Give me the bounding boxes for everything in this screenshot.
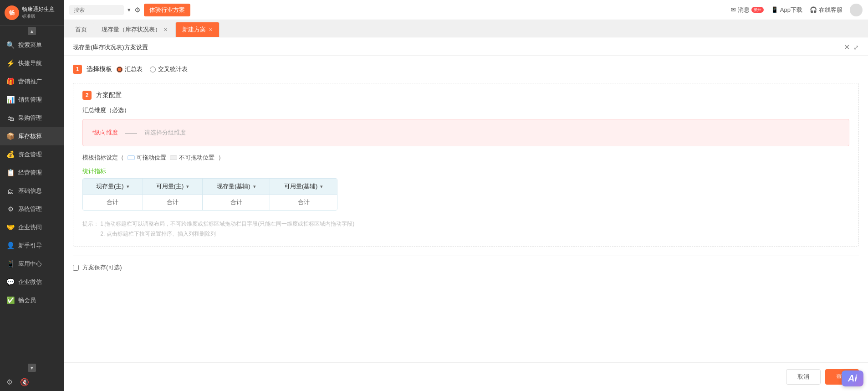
message-icon: ✉ — [731, 6, 736, 13]
fixed-color-swatch — [170, 155, 177, 160]
cell-0-2: 合计 — [203, 195, 270, 211]
mobile-icon: 📱 — [6, 260, 15, 268]
legend-draggable: 可拖动位置 — [128, 154, 166, 162]
dimension-area[interactable]: *纵向维度 —— 请选择分组维度 — [82, 119, 849, 146]
table-header-3[interactable]: 可用量(基辅) ▾ — [270, 179, 337, 195]
metrics-label: 模板指标设定（ — [82, 154, 124, 162]
sidebar-item-search[interactable]: 🔍 搜索菜单 — [0, 36, 64, 54]
user-icon: 👤 — [6, 242, 15, 250]
chart-icon: 📊 — [6, 96, 15, 104]
sidebar-item-system[interactable]: ⚙ 系统管理 — [0, 200, 64, 218]
sidebar-item-wechat[interactable]: 💬 企业微信 — [0, 273, 64, 291]
gear-icon: ⚙ — [6, 205, 15, 213]
settings-footer-icon[interactable]: ⚙ — [6, 378, 13, 386]
sidebar-item-guide[interactable]: 👤 新手引导 — [0, 237, 64, 255]
tip-2: 提示： 2. 点击标题栏下拉可设置排序、插入列和删除列 — [82, 229, 849, 239]
sidebar-item-shortcut[interactable]: ⚡ 快捷导航 — [0, 54, 64, 72]
cell-0-3: 合计 — [270, 195, 337, 211]
sidebar-item-marketing[interactable]: 🎁 营销推广 — [0, 72, 64, 91]
step1-badge: 1 — [73, 65, 82, 74]
user-avatar[interactable] — [850, 4, 863, 16]
sidebar: 畅 畅康通好生意 标准版 ▲ 🔍 搜索菜单 ⚡ 快捷导航 🎁 营销推广 📊 销售… — [0, 0, 64, 391]
sidebar-item-inventory[interactable]: 📦 库存核算 — [0, 127, 64, 145]
sidebar-item-basic[interactable]: 🗂 基础信息 — [0, 182, 64, 200]
table-header-0[interactable]: 现存量(主) ▾ — [83, 179, 143, 195]
chat-icon: 💬 — [6, 278, 15, 286]
header-actions: ✕ ⤢ — [844, 43, 859, 51]
sound-footer-icon[interactable]: 🔇 — [20, 378, 29, 386]
template-radio-group: 汇总表 交叉统计表 — [117, 65, 188, 73]
sidebar-nav: 🔍 搜索菜单 ⚡ 快捷导航 🎁 营销推广 📊 销售管理 🛍 采购管理 📦 库存核… — [0, 36, 64, 363]
step2-header: 2 方案配置 — [82, 91, 849, 100]
topbar: ▾ ⚙ 体验行业方案 ✉ 消息 99+ 📱 App下载 🎧 在线客服 — [64, 0, 868, 20]
content-header: 现存量(库存状况表)方案设置 ✕ ⤢ — [64, 37, 868, 56]
step2-section: 2 方案配置 汇总维度（必选） *纵向维度 —— 请选择分组维度 模板指标设定（ — [73, 83, 859, 247]
header-1-dropdown-icon[interactable]: ▾ — [186, 184, 189, 190]
bottom-actions: 取消 查询 — [64, 362, 868, 391]
settings-icon[interactable]: ⚙ — [134, 6, 140, 14]
save-option: 方案保存(可选) — [73, 256, 859, 272]
legend-fixed: 不可拖动位置 — [170, 154, 214, 162]
sidebar-item-cooperation[interactable]: 🤝 企业协同 — [0, 218, 64, 237]
sidebar-footer: ⚙ 🔇 — [0, 373, 64, 391]
main-area: ▾ ⚙ 体验行业方案 ✉ 消息 99+ 📱 App下载 🎧 在线客服 首页 — [64, 0, 868, 391]
dropdown-arrow-icon[interactable]: ▾ — [128, 6, 131, 13]
page-title: 现存量(库存状况表)方案设置 — [73, 43, 148, 51]
box-icon: 📦 — [6, 132, 15, 140]
table-row: 合计 合计 合计 合计 — [83, 195, 337, 211]
cell-0-1: 合计 — [143, 195, 203, 211]
header-0-dropdown-icon[interactable]: ▾ — [127, 184, 129, 190]
app-download-item[interactable]: 📱 App下载 — [771, 6, 802, 14]
ai-badge[interactable]: Ai — [842, 370, 863, 386]
logo-icon: 畅 — [5, 5, 19, 20]
tab-new-plan-close-icon[interactable]: ✕ — [209, 27, 213, 33]
tip-1: 提示： 1.拖动标题栏可以调整布局，不可跨维度或指标区域拖动栏目字段(只能在同一… — [82, 219, 849, 229]
dimension-dash: —— — [125, 129, 137, 136]
sidebar-item-management[interactable]: 📋 经营管理 — [0, 164, 64, 182]
topbar-left: ▾ ⚙ 体验行业方案 — [69, 4, 190, 16]
metrics-legend-row: 模板指标设定（ 可拖动位置 不可拖动位置 ） — [82, 154, 849, 162]
step1-title: 选择模板 — [87, 65, 112, 73]
tab-new-plan[interactable]: 新建方案 ✕ — [175, 22, 220, 37]
indicator-table: 现存量(主) ▾ 可用量(主) ▾ — [82, 178, 337, 211]
sidebar-scroll-up[interactable]: ▲ — [28, 27, 36, 35]
messages-item[interactable]: ✉ 消息 99+ — [731, 6, 764, 14]
cancel-button[interactable]: 取消 — [786, 369, 821, 385]
topbar-right: ✉ 消息 99+ 📱 App下载 🎧 在线客服 — [731, 4, 863, 16]
vertical-dimension-label: *纵向维度 — [92, 129, 118, 137]
content-area: 现存量(库存状况表)方案设置 ✕ ⤢ 1 选择模板 汇总表 — [64, 37, 868, 391]
save-checkbox[interactable] — [73, 265, 79, 271]
content-body: 1 选择模板 汇总表 交叉统计表 — [64, 56, 868, 362]
radio-cross[interactable]: 交叉统计表 — [150, 65, 188, 73]
sidebar-scroll-down[interactable]: ▼ — [28, 364, 36, 372]
dimension-section-label: 汇总维度（必选） — [82, 106, 849, 114]
expand-button[interactable]: ⤢ — [853, 43, 859, 51]
tab-home[interactable]: 首页 — [68, 22, 94, 37]
trial-btn[interactable]: 体验行业方案 — [144, 4, 190, 16]
header-3-dropdown-icon[interactable]: ▾ — [320, 184, 323, 190]
logo-text: 畅康通好生意 标准版 — [22, 6, 55, 20]
sidebar-item-appstore[interactable]: 📱 应用中心 — [0, 255, 64, 273]
gift-icon: 🎁 — [6, 77, 15, 86]
tabbar: 首页 现存量（库存状况表） ✕ 新建方案 ✕ — [64, 20, 868, 37]
sidebar-item-finance[interactable]: 💰 资金管理 — [0, 145, 64, 164]
app-icon: 📱 — [771, 6, 778, 13]
tab-inventory[interactable]: 现存量（库存状况表） ✕ — [95, 22, 174, 37]
sidebar-item-purchase[interactable]: 🛍 采购管理 — [0, 109, 64, 127]
online-service-item[interactable]: 🎧 在线客服 — [810, 6, 842, 14]
tab-inventory-close-icon[interactable]: ✕ — [163, 27, 168, 33]
close-button[interactable]: ✕ — [844, 43, 850, 51]
sidebar-logo: 畅 畅康通好生意 标准版 — [0, 0, 64, 26]
dimension-placeholder[interactable]: 请选择分组维度 — [144, 129, 186, 137]
sidebar-item-membership[interactable]: ✅ 畅会员 — [0, 291, 64, 309]
handshake-icon: 🤝 — [6, 223, 15, 232]
radio-summary[interactable]: 汇总表 — [117, 65, 143, 73]
search-input[interactable] — [69, 5, 124, 15]
table-header-1[interactable]: 可用量(主) ▾ — [143, 179, 203, 195]
header-2-dropdown-icon[interactable]: ▾ — [253, 184, 256, 190]
tips-section: 提示： 1.拖动标题栏可以调整布局，不可跨维度或指标区域拖动栏目字段(只能在同一… — [82, 219, 849, 239]
table-header-2[interactable]: 现存量(基辅) ▾ — [203, 179, 270, 195]
clipboard-icon: 📋 — [6, 169, 15, 177]
sidebar-item-sales[interactable]: 📊 销售管理 — [0, 91, 64, 109]
draggable-color-swatch — [128, 155, 135, 160]
